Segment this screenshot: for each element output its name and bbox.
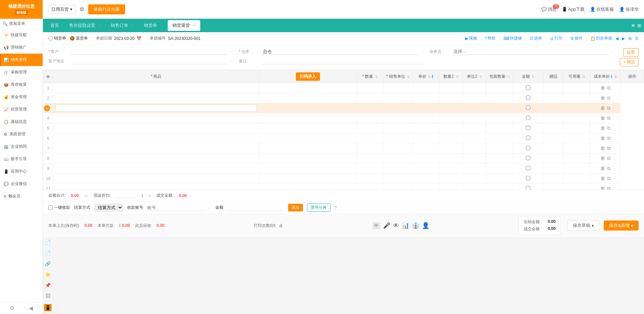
right-panel-icon-3[interactable]: ⭐ (45, 272, 51, 277)
online-service-button[interactable]: 👤 在线客服 (590, 6, 614, 12)
delete-icon-8[interactable]: 🗑 (600, 155, 605, 161)
delete-icon-3[interactable]: 🗑 (600, 105, 605, 111)
person-icon[interactable]: 👤 (422, 222, 429, 229)
gift-cell-1[interactable] (513, 83, 543, 93)
delete-icon-11[interactable]: 🗑 (600, 186, 605, 190)
unit2-cell-9[interactable] (439, 164, 463, 174)
unit-cell-6[interactable] (357, 133, 383, 143)
price-cell-1[interactable] (383, 83, 412, 93)
qty-cell-4[interactable] (259, 113, 357, 123)
save-draft-button[interactable]: 保存草稿 ▾ (567, 220, 600, 231)
price-cell-3[interactable] (383, 103, 412, 113)
qty-cell-2[interactable] (259, 93, 357, 103)
amount-cell-9[interactable] (486, 164, 513, 174)
gift-cell-2[interactable] (513, 93, 543, 103)
qty2-cell-5[interactable] (413, 123, 439, 133)
unit-cell-7[interactable] (357, 143, 383, 153)
staff-dots-btn[interactable]: ··· (611, 49, 614, 54)
amount-cell-2[interactable] (486, 93, 513, 103)
sidebar-item-finance[interactable]: 💰 资金管理 (0, 91, 43, 103)
pkg-cell-4[interactable] (463, 113, 486, 123)
qty-cell-10[interactable] (259, 174, 357, 184)
product-cell-9[interactable] (53, 164, 259, 174)
avail-cell-11[interactable] (543, 184, 564, 190)
price-cell-4[interactable] (383, 113, 412, 123)
gift-cell-10[interactable] (513, 174, 543, 184)
avail-cell-4[interactable] (543, 113, 564, 123)
qty-cell-3[interactable] (259, 103, 357, 113)
product-cell-10[interactable] (53, 174, 259, 184)
shirt-icon[interactable]: 👔 (412, 222, 419, 229)
notice-button[interactable]: 💬 消息 70 (541, 6, 556, 12)
avail-cell-2[interactable] (543, 93, 564, 103)
sidebar-collapse-icon[interactable]: ◀ (29, 305, 33, 311)
account-input[interactable] (147, 205, 204, 210)
delete-icon-4[interactable]: 🗑 (600, 115, 605, 121)
price-cell-11[interactable] (383, 184, 412, 190)
qty-sort-icon[interactable]: ⇅ (375, 75, 378, 78)
pkg-cell-10[interactable] (463, 174, 486, 184)
unit-cell-9[interactable] (357, 164, 383, 174)
eye-icon[interactable]: 👁 (393, 222, 399, 229)
app-download-button[interactable]: 📱 App下载 (562, 6, 585, 12)
gift-checkbox-7[interactable] (526, 146, 530, 150)
price-info-icon[interactable]: ℹ (432, 74, 433, 79)
right-panel-icon-6[interactable]: 📱 (44, 304, 52, 311)
th-settings[interactable]: ⚙ (43, 70, 53, 83)
qty2-cell-3[interactable] (413, 103, 439, 113)
unit2-cell-3[interactable] (439, 103, 463, 113)
gift-checkbox-10[interactable] (526, 176, 530, 180)
select-tool[interactable]: ☰ 选单 (530, 36, 542, 41)
amount-cell-5[interactable] (486, 123, 513, 133)
product-input-3[interactable] (55, 105, 257, 112)
amount-input[interactable] (227, 205, 284, 210)
pkg-cell-5[interactable] (463, 123, 486, 133)
sidebar-item-wechat[interactable]: 💬 企业微信 (0, 178, 43, 190)
gift-cell-3[interactable] (513, 103, 543, 113)
nav-prev-icon[interactable]: ◀ (615, 36, 619, 41)
radio-shipment-input[interactable] (48, 36, 53, 41)
sidebar-settings-icon[interactable]: ⚙ (10, 305, 14, 311)
logistics-btn[interactable]: + 物流 (620, 58, 639, 66)
qty2-cell-9[interactable] (413, 164, 439, 174)
qty-cell-7[interactable] (259, 143, 357, 153)
right-panel-icon-1[interactable]: 📄 (45, 250, 51, 256)
address-input[interactable] (71, 58, 227, 64)
sidebar-item-operations[interactable]: 📈 经营管理 (0, 103, 43, 116)
tab-sales-order[interactable]: 销售订单 × (106, 20, 138, 31)
help-tool[interactable]: ? 帮助 (485, 36, 496, 41)
cost-cell-4[interactable] (564, 113, 590, 123)
copy-icon-3[interactable]: ⧉ (607, 105, 610, 111)
cost-cell-2[interactable] (564, 93, 590, 103)
price-cell-7[interactable] (383, 143, 412, 153)
delete-icon-2[interactable]: 🗑 (600, 95, 605, 101)
unit-cell-4[interactable] (357, 113, 383, 123)
qty2-cell-1[interactable] (413, 83, 439, 93)
fee-help-icon[interactable]: ? (334, 205, 337, 210)
unit2-cell-1[interactable] (439, 83, 463, 93)
gift-cell-11[interactable] (513, 184, 543, 190)
avail-cell-1[interactable] (543, 83, 564, 93)
product-cell-7[interactable] (53, 143, 259, 153)
right-panel-icon-5[interactable]: 🖼 (46, 293, 50, 299)
qty-cell-5[interactable] (259, 123, 357, 133)
avail-cell-3[interactable] (543, 103, 564, 113)
chart-icon[interactable]: 📊 (402, 222, 409, 229)
avail-cell-10[interactable] (543, 174, 564, 184)
grid-view-icon[interactable]: ⊞ (628, 36, 632, 41)
address-dots-btn[interactable]: ··· (230, 59, 233, 63)
product-cell-6[interactable] (53, 133, 259, 143)
pkg-cell-7[interactable] (463, 143, 486, 153)
copy-icon-9[interactable]: ⧉ (607, 166, 610, 171)
qty2-cell-11[interactable] (413, 184, 439, 190)
calc-method-select[interactable]: 结算方式 (94, 204, 123, 211)
user-profile-button[interactable]: 👤 徐泽华 (619, 6, 639, 12)
tab-sales-return-close[interactable]: × (193, 23, 195, 27)
sidebar-item-inventory[interactable]: 📦 库存核算 (0, 78, 43, 91)
unit-cell-3[interactable] (357, 103, 383, 113)
customer-input[interactable] (71, 48, 227, 55)
unit2-cell-5[interactable] (439, 123, 463, 133)
calendar-icon[interactable]: 📅 (137, 36, 142, 41)
sidebar-item-search[interactable]: 🔍 搜索菜单 (0, 19, 43, 29)
sidebar-item-marketing[interactable]: 📢 营销推广 (0, 41, 43, 54)
